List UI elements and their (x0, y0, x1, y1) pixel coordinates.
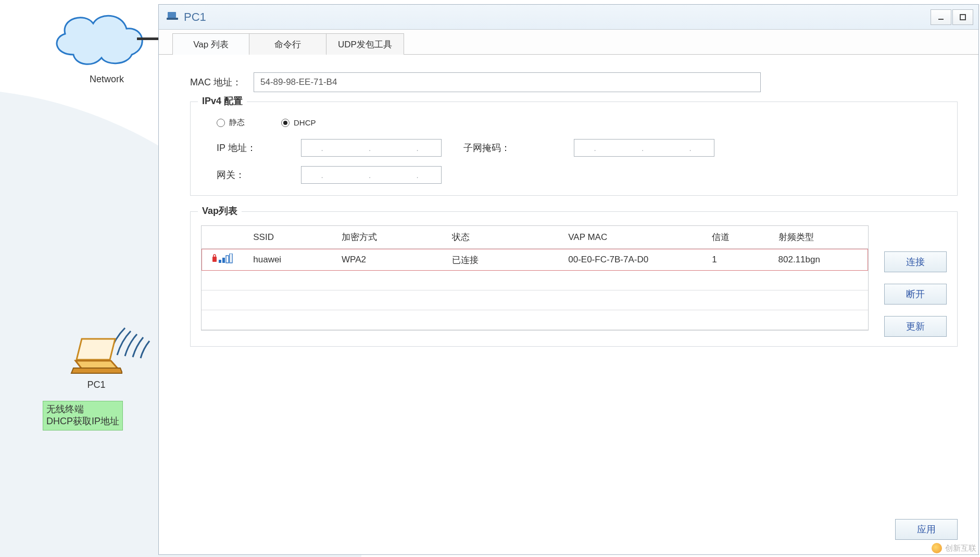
maximize-button[interactable] (952, 9, 973, 25)
cell-rf: 802.11bgn (774, 249, 868, 271)
tab-udp-tool[interactable]: UDP发包工具 (326, 33, 404, 55)
col-ch: 信道 (708, 226, 774, 249)
pc-label: PC1 (44, 379, 148, 390)
vap-fieldset: Vap列表 SSID 加密方式 状态 VAP MAC 信道 射频类型 (190, 211, 958, 347)
col-mac: VAP MAC (564, 226, 708, 249)
disconnect-button[interactable]: 断开 (884, 284, 947, 305)
connect-button[interactable]: 连接 (884, 251, 947, 272)
svg-rect-8 (219, 260, 221, 263)
radio-dhcp[interactable]: DHCP (281, 118, 316, 127)
tab-cli[interactable]: 命令行 (249, 33, 326, 55)
window-title: PC1 (184, 10, 206, 24)
cell-enc: WPA2 (337, 249, 448, 271)
svg-marker-2 (71, 368, 122, 373)
vap-legend: Vap列表 (198, 205, 242, 217)
col-ssid: SSID (249, 226, 337, 249)
ip-label: IP 地址： (217, 142, 290, 154)
radio-icon (281, 119, 290, 127)
vap-empty-row (202, 310, 868, 330)
annotation-line1: 无线终端 (46, 403, 119, 415)
svg-rect-4 (167, 18, 178, 20)
vap-empty-row (202, 290, 868, 310)
refresh-button[interactable]: 更新 (884, 316, 947, 337)
cell-state: 已连接 (448, 249, 564, 271)
pc-node: PC1 (44, 336, 148, 390)
wifi-secure-icon (212, 254, 240, 264)
ipv4-fieldset: IPv4 配置 静态 DHCP IP 地址： 子网掩码： 网关： (190, 102, 958, 196)
cloud-icon (49, 8, 148, 70)
mask-label: 子网掩码： (463, 142, 562, 154)
ip-input[interactable] (301, 139, 442, 157)
ipv4-legend: IPv4 配置 (198, 95, 247, 107)
radio-icon (217, 119, 225, 127)
radio-static[interactable]: 静态 (217, 118, 245, 128)
network-cloud: Network (49, 8, 164, 85)
svg-rect-7 (212, 257, 217, 262)
gw-input[interactable] (301, 166, 442, 184)
minimize-button[interactable] (931, 9, 951, 25)
vap-table: SSID 加密方式 状态 VAP MAC 信道 射频类型 (201, 225, 869, 331)
radio-dhcp-label: DHCP (294, 118, 316, 127)
tabstrip: Vap 列表 命令行 UDP发包工具 (159, 30, 978, 55)
cell-ch: 1 (708, 249, 774, 271)
svg-rect-3 (168, 12, 176, 18)
laptop-icon (70, 336, 122, 375)
mask-input[interactable] (574, 139, 714, 157)
mac-label: MAC 地址： (190, 76, 254, 88)
cell-ssid: huawei (249, 249, 337, 271)
svg-rect-11 (230, 254, 232, 263)
annotation-box: 无线终端 DHCP获取IP地址 (43, 401, 123, 431)
radio-static-label: 静态 (229, 118, 245, 128)
apply-button[interactable]: 应用 (895, 519, 958, 540)
svg-rect-9 (222, 258, 225, 263)
svg-rect-5 (938, 19, 944, 20)
titlebar: PC1 (159, 5, 978, 30)
vap-header-row: SSID 加密方式 状态 VAP MAC 信道 射频类型 (202, 226, 868, 249)
col-enc: 加密方式 (337, 226, 448, 249)
vap-row[interactable]: huawei WPA2 已连接 00-E0-FC-7B-7A-D0 1 802.… (202, 249, 868, 271)
svg-rect-6 (960, 15, 965, 20)
col-rf: 射频类型 (774, 226, 868, 249)
vap-empty-row (202, 271, 868, 290)
col-state: 状态 (448, 226, 564, 249)
watermark-text: 创新互联 (945, 543, 976, 553)
pc-title-icon (166, 10, 179, 24)
mac-input[interactable] (254, 72, 761, 92)
pc1-window: PC1 Vap 列表 命令行 UDP发包工具 MAC 地址： IPv4 配置 静… (158, 4, 979, 555)
watermark-icon (932, 543, 942, 553)
tab-vap-list[interactable]: Vap 列表 (172, 33, 249, 55)
cell-mac: 00-E0-FC-7B-7A-D0 (564, 249, 708, 271)
svg-rect-10 (226, 256, 229, 263)
network-label: Network (49, 74, 164, 85)
tab-body: MAC 地址： IPv4 配置 静态 DHCP IP 地址： 子网掩码： (159, 55, 978, 554)
annotation-line2: DHCP获取IP地址 (46, 415, 119, 427)
svg-marker-0 (77, 339, 115, 360)
watermark: 创新互联 (932, 543, 976, 553)
gw-label: 网关： (217, 169, 290, 181)
